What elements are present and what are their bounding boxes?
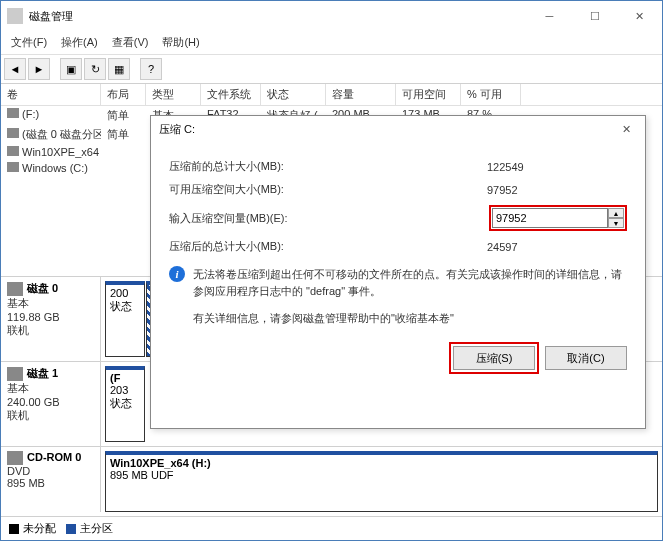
value-total-before: 122549 xyxy=(487,161,627,173)
cdrom-icon xyxy=(7,451,23,465)
partition[interactable]: Win10XPE_x64 (H:) 895 MB UDF xyxy=(105,451,658,512)
info-icon: i xyxy=(169,266,185,282)
value-available-shrink: 97952 xyxy=(487,184,627,196)
disk-icon xyxy=(7,367,23,381)
value-total-after: 24597 xyxy=(487,241,627,253)
back-button[interactable]: ◄ xyxy=(4,58,26,80)
toolbar-button-1[interactable]: ▣ xyxy=(60,58,82,80)
disk-label[interactable]: 磁盘 0 基本 119.88 GB 联机 xyxy=(1,277,101,361)
col-capacity[interactable]: 容量 xyxy=(326,84,396,105)
cancel-button[interactable]: 取消(C) xyxy=(545,346,627,370)
table-header: 卷 布局 类型 文件系统 状态 容量 可用空间 % 可用 xyxy=(1,84,662,106)
window-title: 磁盘管理 xyxy=(29,9,73,24)
col-filesystem[interactable]: 文件系统 xyxy=(201,84,261,105)
col-volume[interactable]: 卷 xyxy=(1,84,101,105)
col-free[interactable]: 可用空间 xyxy=(396,84,461,105)
label-total-after: 压缩后的总计大小(MB): xyxy=(169,239,284,254)
legend-swatch-unallocated xyxy=(9,524,19,534)
spin-up-button[interactable]: ▲ xyxy=(608,208,624,218)
legend-swatch-primary xyxy=(66,524,76,534)
forward-button[interactable]: ► xyxy=(28,58,50,80)
col-layout[interactable]: 布局 xyxy=(101,84,146,105)
info-text: 无法将卷压缩到超出任何不可移动的文件所在的点。有关完成该操作时间的详细信息，请参… xyxy=(193,266,627,299)
col-type[interactable]: 类型 xyxy=(146,84,201,105)
menu-help[interactable]: 帮助(H) xyxy=(156,33,205,52)
disk-label[interactable]: CD-ROM 0 DVD 895 MB xyxy=(1,447,101,512)
disk-icon xyxy=(7,282,23,296)
close-button[interactable]: ✕ xyxy=(617,1,662,31)
volume-icon xyxy=(7,108,19,118)
menu-file[interactable]: 文件(F) xyxy=(5,33,53,52)
legend: 未分配 主分区 xyxy=(1,516,662,540)
app-icon xyxy=(7,8,23,24)
shrink-amount-highlight: ▲ ▼ xyxy=(489,205,627,231)
menu-view[interactable]: 查看(V) xyxy=(106,33,155,52)
label-shrink-amount: 输入压缩空间量(MB)(E): xyxy=(169,211,288,226)
col-pct[interactable]: % 可用 xyxy=(461,84,521,105)
volume-icon xyxy=(7,162,19,172)
col-status[interactable]: 状态 xyxy=(261,84,326,105)
shrink-dialog: 压缩 C: ✕ 压缩前的总计大小(MB): 122549 可用压缩空间大小(MB… xyxy=(150,115,646,429)
dialog-title: 压缩 C: xyxy=(159,122,195,137)
shrink-amount-input[interactable] xyxy=(492,208,608,228)
spin-down-button[interactable]: ▼ xyxy=(608,218,624,228)
titlebar: 磁盘管理 ─ ☐ ✕ xyxy=(1,1,662,31)
partition[interactable]: 200 状态 xyxy=(105,281,145,357)
minimize-button[interactable]: ─ xyxy=(527,1,572,31)
label-available-shrink: 可用压缩空间大小(MB): xyxy=(169,182,284,197)
maximize-button[interactable]: ☐ xyxy=(572,1,617,31)
menu-action[interactable]: 操作(A) xyxy=(55,33,104,52)
volume-icon xyxy=(7,146,19,156)
volume-icon xyxy=(7,128,19,138)
toolbar: ◄ ► ▣ ↻ ▦ ? xyxy=(1,55,662,84)
toolbar-button-3[interactable]: ▦ xyxy=(108,58,130,80)
shrink-button[interactable]: 压缩(S) xyxy=(453,346,535,370)
help-link-text: 有关详细信息，请参阅磁盘管理帮助中的"收缩基本卷" xyxy=(193,311,627,326)
dialog-titlebar: 压缩 C: ✕ xyxy=(151,116,645,143)
help-button[interactable]: ? xyxy=(140,58,162,80)
disk-label[interactable]: 磁盘 1 基本 240.00 GB 联机 xyxy=(1,362,101,446)
dialog-close-button[interactable]: ✕ xyxy=(616,123,637,136)
refresh-button[interactable]: ↻ xyxy=(84,58,106,80)
menubar: 文件(F) 操作(A) 查看(V) 帮助(H) xyxy=(1,31,662,55)
disk-row: CD-ROM 0 DVD 895 MB Win10XPE_x64 (H:) 89… xyxy=(1,447,662,512)
label-total-before: 压缩前的总计大小(MB): xyxy=(169,159,284,174)
partition[interactable]: (F 203 状态 xyxy=(105,366,145,442)
